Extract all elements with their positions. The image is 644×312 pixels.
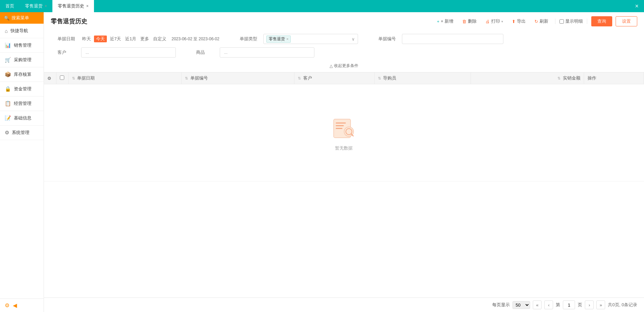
tab-retail-return[interactable]: 零售退货 × bbox=[20, 0, 52, 12]
th-date[interactable]: ⇅ 单据日期 bbox=[68, 72, 181, 84]
th-customer[interactable]: ⇅ 客户 bbox=[294, 72, 374, 84]
customer-select[interactable]: ... bbox=[81, 47, 176, 58]
page-title: 零售退货历史 bbox=[51, 17, 87, 25]
th-amount[interactable]: ⇅ 实销金额 bbox=[471, 72, 584, 84]
print-button[interactable]: 🖨 打印 ▾ bbox=[483, 17, 506, 26]
export-button[interactable]: ⬆ 导出 bbox=[509, 17, 528, 26]
total-label: 共0页, 0条记录 bbox=[608, 302, 637, 308]
filter-area: 单据日期 昨天 今天 近7天 近1月 更多 自定义 2023-06-02 至 2… bbox=[51, 30, 637, 72]
content-area: 零售退货历史 + + 新增 🗑 删除 🖨 打印 ▾ bbox=[44, 12, 644, 312]
first-page-icon: « bbox=[536, 303, 539, 308]
delete-icon: 🗑 bbox=[462, 19, 467, 24]
sidebar-item-operations[interactable]: 📋 经营管理 bbox=[0, 96, 44, 111]
table-wrap: ⚙ ⇅ 单据日期 ⇅ 单据编号 bbox=[44, 72, 644, 297]
prev-page-icon: ‹ bbox=[548, 303, 549, 308]
show-detail-input[interactable] bbox=[559, 19, 564, 24]
date-opt-1month[interactable]: 近1月 bbox=[124, 36, 137, 42]
date-opt-custom[interactable]: 自定义 bbox=[152, 36, 167, 42]
next-page-button[interactable]: › bbox=[585, 300, 594, 309]
per-page-select[interactable]: 50 100 200 bbox=[512, 301, 530, 309]
tab-retail-return-history[interactable]: 零售退货历史 × bbox=[52, 0, 94, 12]
date-opt-yesterday[interactable]: 昨天 bbox=[81, 36, 92, 42]
number-sort-icon: ⇅ bbox=[185, 76, 188, 80]
date-options: 昨天 今天 近7天 近1月 更多 自定义 2023-06-02 至 2023-0… bbox=[81, 36, 219, 42]
th-guide[interactable]: ⇅ 导购员 bbox=[374, 72, 471, 84]
tab-retail-return-close[interactable]: × bbox=[45, 4, 47, 8]
last-page-icon: » bbox=[600, 303, 602, 308]
empty-state: 暂无数据 bbox=[47, 87, 641, 178]
date-opt-today[interactable]: 今天 bbox=[94, 36, 107, 42]
system-icon: ⚙ bbox=[5, 130, 9, 136]
delete-button[interactable]: 🗑 删除 bbox=[459, 17, 479, 26]
th-check[interactable] bbox=[56, 72, 68, 84]
last-page-button[interactable]: » bbox=[596, 300, 605, 309]
svg-rect-2 bbox=[336, 125, 344, 126]
svg-rect-1 bbox=[336, 122, 346, 124]
amount-sort-icon: ⇅ bbox=[557, 76, 560, 80]
page-number-input[interactable] bbox=[563, 300, 575, 309]
date-sort-icon: ⇅ bbox=[72, 76, 75, 80]
date-opt-7days[interactable]: 近7天 bbox=[109, 36, 122, 42]
doc-type-tag-close[interactable]: × bbox=[286, 37, 288, 41]
goods-filter-label: 商品 bbox=[196, 49, 220, 55]
collapse-sidebar-icon[interactable]: ◀ bbox=[13, 302, 17, 309]
search-icon: 🔍 bbox=[4, 16, 9, 21]
sidebar-item-sales[interactable]: 📊 销售管理 bbox=[0, 38, 44, 53]
sidebar-item-inventory[interactable]: 📦 库存核算 bbox=[0, 67, 44, 82]
new-button[interactable]: + + 新增 bbox=[434, 17, 456, 26]
inventory-icon: 📦 bbox=[5, 71, 11, 77]
per-page-label: 每页显示 bbox=[492, 302, 510, 308]
home-icon: ⌂ bbox=[5, 28, 8, 34]
tab-home[interactable]: 首页 bbox=[0, 0, 20, 12]
first-page-button[interactable]: « bbox=[533, 300, 542, 309]
doc-type-filter-label: 单据类型 bbox=[240, 36, 263, 42]
doc-number-filter-label: 单据编号 bbox=[378, 36, 402, 42]
page-title-row: 零售退货历史 + + 新增 🗑 删除 🖨 打印 ▾ bbox=[51, 16, 637, 26]
page-label: 第 bbox=[556, 302, 560, 308]
prev-page-button[interactable]: ‹ bbox=[544, 300, 553, 309]
empty-state-cell: 暂无数据 bbox=[44, 84, 644, 181]
pagination-bar: 每页显示 50 100 200 « ‹ 第 页 › » 共0页, 0条记录 bbox=[44, 297, 644, 312]
goods-select[interactable]: ... bbox=[220, 47, 314, 58]
guide-sort-icon: ⇅ bbox=[378, 76, 381, 80]
top-tab-bar: 首页 零售退货 × 零售退货历史 × × bbox=[0, 0, 644, 12]
date-opt-more[interactable]: 更多 bbox=[139, 36, 150, 42]
select-all-checkbox[interactable] bbox=[60, 75, 64, 80]
sidebar-item-system[interactable]: ⚙ 系统管理 bbox=[0, 126, 44, 140]
sidebar-item-finance[interactable]: 🔒 资金管理 bbox=[0, 82, 44, 96]
export-icon: ⬆ bbox=[512, 19, 516, 24]
sidebar-bottom: ⚙ ◀ bbox=[0, 298, 44, 312]
query-button[interactable]: 查询 bbox=[591, 16, 612, 26]
collapse-icon: △ bbox=[330, 64, 333, 68]
sidebar: 🔍 搜索菜单 ⌂ 快捷导航 📊 销售管理 🛒 采购管理 📦 库存核算 🔒 资金管… bbox=[0, 12, 44, 312]
th-settings[interactable]: ⚙ bbox=[44, 72, 56, 84]
customer-sort-icon: ⇅ bbox=[298, 76, 301, 80]
sidebar-item-purchase[interactable]: 🛒 采购管理 bbox=[0, 53, 44, 67]
goods-ellipsis: ... bbox=[224, 50, 228, 55]
doc-number-input[interactable] bbox=[402, 34, 503, 44]
filter-row-customer: 客户 ... 商品 ... bbox=[57, 47, 630, 58]
table-settings-icon[interactable]: ⚙ bbox=[47, 76, 51, 81]
setting-button[interactable]: 设置 bbox=[616, 16, 637, 26]
print-arrow-icon: ▾ bbox=[501, 20, 503, 23]
window-close-button[interactable]: × bbox=[629, 3, 644, 10]
tab-retail-return-history-close[interactable]: × bbox=[86, 4, 89, 8]
customer-ellipsis: ... bbox=[86, 50, 89, 55]
svg-rect-3 bbox=[336, 128, 342, 129]
refresh-button[interactable]: ↻ 刷新 bbox=[532, 17, 551, 26]
customer-filter-label: 客户 bbox=[57, 49, 81, 55]
show-detail-checkbox[interactable]: 显示明细 bbox=[559, 18, 583, 24]
toolbar-divider bbox=[555, 19, 555, 24]
sales-icon: 📊 bbox=[5, 42, 11, 48]
collapse-row: △ 收起更多条件 bbox=[57, 61, 630, 72]
collapse-button[interactable]: △ 收起更多条件 bbox=[330, 63, 358, 69]
sidebar-search[interactable]: 🔍 搜索菜单 bbox=[0, 12, 44, 24]
empty-state-text: 暂无数据 bbox=[335, 145, 353, 151]
sidebar-item-basic-info[interactable]: 📝 基础信息 bbox=[0, 111, 44, 126]
sidebar-item-quick-nav[interactable]: ⌂ 快捷导航 bbox=[0, 24, 44, 38]
settings-bottom-icon[interactable]: ⚙ bbox=[5, 302, 9, 309]
print-icon: 🖨 bbox=[485, 19, 490, 24]
th-number[interactable]: ⇅ 单据编号 bbox=[181, 72, 294, 84]
date-range-display: 2023-06-02 至 2023-06-02 bbox=[171, 36, 219, 42]
doc-type-select[interactable]: 零售退货 × ∨ bbox=[263, 34, 358, 44]
